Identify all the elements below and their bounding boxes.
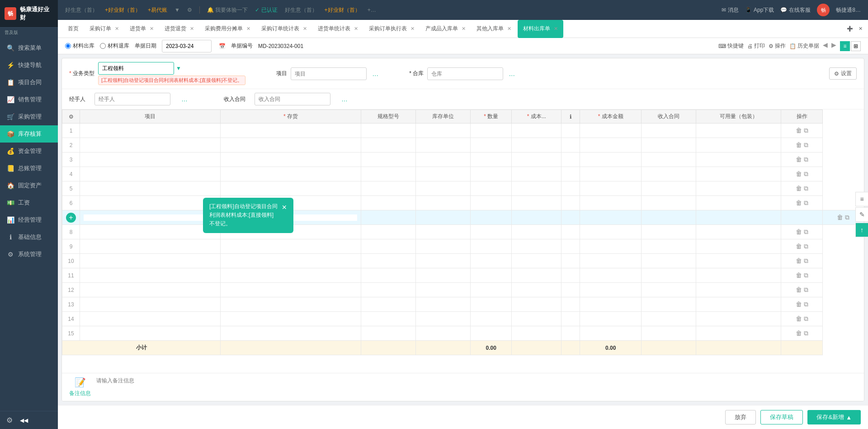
sidebar-item-assets[interactable]: 🏠 固定资产	[0, 177, 58, 194]
sidebar-item-sales[interactable]: 📈 销售管理	[0, 91, 58, 108]
delete-row-10[interactable]: 🗑	[795, 256, 803, 265]
close-tab-purchase-fee[interactable]: ✕	[246, 26, 250, 32]
right-icon-2[interactable]: ✎	[855, 207, 868, 222]
operate-button[interactable]: ⚙ 操作	[769, 41, 786, 51]
add-row-button[interactable]: +	[66, 213, 76, 223]
sidebar-item-finance[interactable]: 💰 资金管理	[0, 143, 58, 160]
history-button[interactable]: 📋 历史单据	[789, 41, 819, 51]
tab-purchase-order[interactable]: 采购订单 ✕	[85, 20, 123, 38]
copy-row-6[interactable]: ⧉	[803, 198, 809, 208]
header-experience[interactable]: 🔔 我要体验一下	[207, 6, 248, 14]
header-nav-haoshengyi[interactable]: 好生意（首）	[65, 6, 98, 14]
business-type-input[interactable]	[98, 62, 174, 75]
radio-material-out[interactable]: 材料出库	[65, 42, 94, 50]
header-nav-haoyecai[interactable]: +好业财（首）	[105, 6, 141, 14]
collapse-icon[interactable]: ◀◀	[20, 417, 28, 424]
delete-row-7[interactable]: 🗑	[836, 213, 844, 222]
sidebar-search[interactable]: 🔍 搜索菜单	[0, 39, 58, 57]
tab-production-in[interactable]: 产成品入库单 ✕	[421, 20, 470, 38]
right-icon-1[interactable]: ≡	[855, 192, 868, 206]
setting-button[interactable]: ⚙ 设置	[829, 67, 857, 80]
copy-row-15[interactable]: ⧉	[803, 329, 809, 338]
user-avatar[interactable]: 畅	[817, 4, 830, 16]
gear-icon[interactable]: ⚙	[6, 416, 13, 424]
warehouse-dots-button[interactable]: …	[509, 70, 515, 77]
close-tab-purchase-stat[interactable]: ✕	[303, 26, 307, 32]
delete-row-2[interactable]: 🗑	[795, 140, 803, 149]
calendar-icon[interactable]: 📅	[219, 43, 226, 49]
grid-view-button[interactable]: ⊞	[851, 41, 861, 51]
sidebar-item-base-info[interactable]: ℹ 基础信息	[0, 229, 58, 246]
delete-row-5[interactable]: 🗑	[795, 184, 803, 193]
header-haoyecai2[interactable]: +好业财（首）	[325, 6, 360, 14]
message-button[interactable]: ✉ 消息	[722, 6, 739, 14]
sidebar-item-inventory[interactable]: 📦 库存核算	[0, 125, 58, 143]
prev-record-arrow[interactable]: ◀	[823, 41, 828, 51]
delete-row-3[interactable]: 🗑	[795, 155, 803, 164]
copy-row-7[interactable]: ⧉	[844, 213, 850, 222]
close-tab-purchase-return[interactable]: ✕	[190, 26, 194, 32]
next-record-arrow[interactable]: ▶	[831, 41, 836, 51]
right-icon-3[interactable]: ↑	[855, 223, 868, 237]
close-tab-production-in[interactable]: ✕	[462, 26, 466, 32]
sidebar-item-system[interactable]: ⚙ 系统管理	[0, 246, 58, 263]
business-type-dropdown[interactable]: ▼	[176, 65, 181, 72]
copy-row-14[interactable]: ⧉	[803, 314, 809, 324]
online-service-button[interactable]: 💬 在线客服	[780, 6, 811, 14]
sidebar-item-purchase[interactable]: 🛒 采购管理	[0, 108, 58, 125]
row-7-input-0[interactable]	[80, 210, 221, 225]
close-tab-other-in[interactable]: ✕	[507, 26, 511, 32]
header-more-items[interactable]: +…	[368, 7, 376, 13]
date-input[interactable]	[162, 40, 212, 52]
copy-row-11[interactable]: ⧉	[803, 271, 809, 280]
handler-input[interactable]	[94, 93, 170, 105]
delete-row-14[interactable]: 🗑	[795, 314, 803, 323]
delete-row-12[interactable]: 🗑	[795, 285, 803, 294]
delete-row-1[interactable]: 🗑	[795, 126, 803, 135]
radio-material-return[interactable]: 材料退库	[100, 42, 129, 50]
copy-row-8[interactable]: ⧉	[803, 227, 809, 237]
copy-row-4[interactable]: ⧉	[803, 169, 809, 179]
copy-row-12[interactable]: ⧉	[803, 285, 809, 295]
save-new-button[interactable]: 保存&新增 ▲	[807, 410, 861, 424]
sidebar-item-payroll[interactable]: 💵 工资	[0, 194, 58, 211]
copy-row-9[interactable]: ⧉	[803, 242, 809, 251]
income-contract-dots-button[interactable]: …	[341, 95, 348, 103]
list-view-button[interactable]: ≡	[840, 41, 850, 51]
header-haoshengyi2[interactable]: 好生意（首）	[285, 6, 317, 14]
delete-row-9[interactable]: 🗑	[795, 242, 803, 251]
tooltip-close-button[interactable]: ✕	[282, 202, 287, 212]
project-input[interactable]	[291, 67, 367, 80]
header-nav-more[interactable]: ▼	[175, 7, 180, 13]
income-contract-input[interactable]	[255, 93, 330, 105]
sidebar-quick-nav[interactable]: ⚡ 快捷导航	[0, 57, 58, 74]
tab-other-in[interactable]: 其他入库单 ✕	[472, 20, 516, 38]
close-all-button[interactable]: ✕	[859, 26, 863, 32]
print-button[interactable]: 🖨 打印	[747, 41, 765, 51]
add-tab-button[interactable]: ➕	[847, 26, 853, 32]
col-settings[interactable]: ⚙	[62, 110, 80, 124]
tab-purchase-return[interactable]: 进货退货 ✕	[160, 20, 198, 38]
tab-purchase-fee[interactable]: 采购费用分摊单 ✕	[200, 20, 255, 38]
copy-row-5[interactable]: ⧉	[803, 184, 809, 193]
sidebar-item-ledger[interactable]: 📒 总账管理	[0, 160, 58, 177]
discard-button[interactable]: 放弃	[725, 410, 756, 424]
close-tab-purchase-exec[interactable]: ✕	[410, 26, 415, 32]
tab-purchase-in[interactable]: 进货单 ✕	[125, 20, 158, 38]
delete-row-8[interactable]: 🗑	[795, 227, 803, 236]
header-nav-yidaizhang[interactable]: +易代账	[148, 6, 167, 14]
tab-purchase-stat[interactable]: 采购订单统计表 ✕	[257, 20, 311, 38]
close-tab-purchase-in[interactable]: ✕	[150, 26, 154, 32]
delete-row-15[interactable]: 🗑	[795, 329, 803, 338]
warehouse-input[interactable]	[427, 67, 503, 80]
delete-row-6[interactable]: 🗑	[795, 198, 803, 207]
username-label[interactable]: 畅捷通8…	[836, 6, 861, 14]
save-draft-button[interactable]: 保存草稿	[760, 410, 803, 424]
copy-row-1[interactable]: ⧉	[803, 126, 809, 135]
copy-row-3[interactable]: ⧉	[803, 155, 809, 164]
close-tab-purchase-order[interactable]: ✕	[115, 26, 119, 32]
delete-row-4[interactable]: 🗑	[795, 169, 803, 178]
close-tab-material-out[interactable]: ✕	[554, 26, 558, 32]
copy-row-2[interactable]: ⧉	[803, 140, 809, 150]
quick-key-button[interactable]: ⌨ 快捷键	[718, 41, 744, 51]
